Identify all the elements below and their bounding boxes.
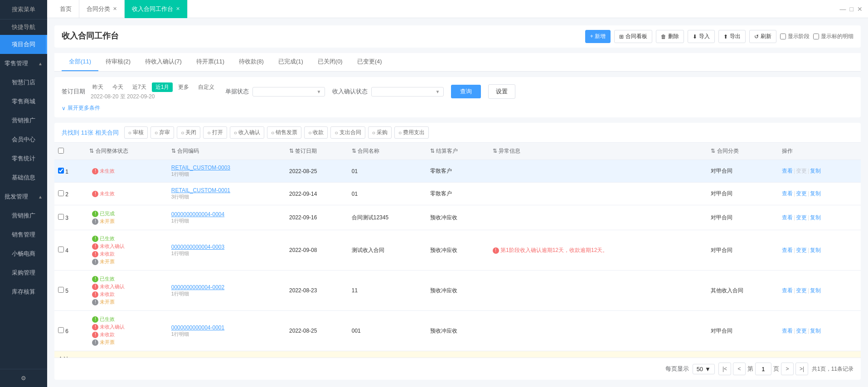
sidebar-item-smart-store[interactable]: 智慧门店	[0, 73, 47, 92]
op-变更-4[interactable]: 变更	[796, 287, 807, 294]
window-close-icon[interactable]: ✕	[857, 5, 863, 13]
sidebar-item-project[interactable]: 项目合同	[0, 35, 47, 54]
sidebar-item-marketing[interactable]: 营销推广	[0, 111, 47, 130]
op-复制-1[interactable]: 复制	[810, 190, 821, 197]
tab-home[interactable]: 首页	[53, 0, 79, 18]
op-查看-2[interactable]: 查看	[782, 214, 793, 221]
sidebar-quick-nav[interactable]: 快捷导航	[0, 19, 47, 35]
op-查看-0[interactable]: 查看	[782, 168, 793, 174]
action-btn-review[interactable]: ○ 审核	[124, 126, 148, 139]
tab-contract-category[interactable]: 合同分类✕	[79, 0, 125, 18]
window-minimize-icon[interactable]: —	[840, 5, 846, 13]
action-btn-payment[interactable]: ○ 收款	[304, 126, 328, 139]
doc-status-select[interactable]: ▼	[252, 87, 325, 97]
sidebar-item-member[interactable]: 会员中心	[0, 130, 47, 149]
filter-tab-closed[interactable]: 已关闭(0)	[310, 53, 350, 71]
sidebar-item-retail[interactable]: 零售管理▲	[0, 54, 47, 73]
action-btn-close[interactable]: ○ 关闭	[177, 126, 200, 139]
action-btn-expense-out[interactable]: ○ 费用支出	[394, 126, 429, 139]
date-option-today[interactable]: 今天	[109, 82, 127, 92]
sidebar-settings[interactable]: ⚙	[0, 369, 47, 387]
date-option-custom[interactable]: 自定义	[194, 82, 218, 92]
filter-tab-pending-review[interactable]: 待审核(2)	[98, 53, 138, 71]
filter-tab-pending-payment[interactable]: 待收款(8)	[232, 53, 271, 71]
page-size-select[interactable]: 50 ▼	[693, 364, 715, 374]
row-checkbox-3[interactable]	[58, 247, 64, 252]
tab-income-workbench[interactable]: 收入合同工作台✕	[125, 0, 188, 18]
row-checkbox-4[interactable]	[58, 287, 64, 293]
page-input[interactable]	[755, 363, 771, 375]
filter-tab-pending-invoice[interactable]: 待开票(11)	[189, 53, 232, 71]
tab-close-icon-contract-category[interactable]: ✕	[113, 6, 117, 12]
row-checkbox-2[interactable]	[58, 214, 64, 220]
row-checkbox-0[interactable]	[58, 168, 64, 174]
filter-tab-pending-confirm[interactable]: 待收入确认(7)	[138, 53, 189, 71]
date-option-more[interactable]: 更多	[175, 82, 193, 92]
op-复制-5[interactable]: 复制	[810, 328, 821, 334]
op-复制-2[interactable]: 复制	[810, 214, 821, 221]
expand-filter-button[interactable]: ∨ 展开更多条件	[62, 104, 853, 112]
tab-close-icon-income-workbench[interactable]: ✕	[176, 6, 180, 12]
prev-page-button[interactable]: <	[733, 363, 746, 375]
contract-link-1[interactable]: RETAIL_CUSTOM-0001	[171, 187, 230, 194]
sidebar-item-retail-stat[interactable]: 零售统计	[0, 149, 47, 168]
contract-link-2[interactable]: 0000000000004-0004	[171, 211, 224, 218]
sidebar-item-purchase[interactable]: 采购管理	[0, 263, 47, 282]
contract-link-0[interactable]: RETAIL_CUSTOM-0003	[171, 164, 230, 171]
op-查看-5[interactable]: 查看	[782, 328, 793, 334]
income-confirm-select[interactable]: ▼	[371, 87, 444, 97]
contract-link-4[interactable]: 0000000000004-0002	[171, 284, 224, 290]
action-btn-expense-contract[interactable]: ○ 支出合同	[330, 126, 365, 139]
new-button[interactable]: + 新增	[585, 30, 611, 43]
sidebar-item-ecommerce[interactable]: 小畅电商	[0, 244, 47, 263]
op-复制-4[interactable]: 复制	[810, 287, 821, 294]
sidebar-item-inventory[interactable]: 库存核算	[0, 282, 47, 301]
set-button[interactable]: 设置	[488, 84, 515, 99]
export-button[interactable]: ⬆ 导出	[718, 30, 746, 43]
op-变更-1[interactable]: 变更	[796, 190, 807, 197]
table-scroll-area[interactable]: ⇅ 合同整体状态⇅ 合同编码⇅ 签订日期⇅ 合同名称⇅ 结算客户⇅ 异常信息⇅ …	[54, 143, 861, 358]
op-复制-3[interactable]: 复制	[810, 247, 821, 253]
action-btn-abandon[interactable]: ○ 弃审	[150, 126, 174, 139]
query-button[interactable]: 查询	[451, 85, 481, 98]
last-page-button[interactable]: >|	[795, 363, 808, 375]
next-page-button[interactable]: >	[781, 363, 794, 375]
op-查看-4[interactable]: 查看	[782, 287, 793, 294]
op-查看-1[interactable]: 查看	[782, 190, 793, 197]
sidebar-search[interactable]: 搜索菜单	[0, 0, 47, 19]
first-page-button[interactable]: |<	[718, 363, 731, 375]
sidebar-item-marketing2[interactable]: 营销推广	[0, 206, 47, 225]
filter-tab-changed[interactable]: 已变更(4)	[350, 53, 389, 71]
select-all-checkbox[interactable]	[58, 148, 64, 154]
op-变更-5[interactable]: 变更	[796, 328, 807, 334]
window-maximize-icon[interactable]: □	[850, 5, 853, 13]
action-btn-open[interactable]: ○ 打开	[203, 126, 227, 139]
op-变更-3[interactable]: 变更	[796, 247, 807, 253]
filter-tab-all[interactable]: 全部(11)	[62, 53, 98, 71]
filter-tab-completed[interactable]: 已完成(1)	[271, 53, 310, 71]
op-查看-3[interactable]: 查看	[782, 247, 793, 253]
show-stage-checkbox[interactable]: 显示阶段	[780, 33, 810, 40]
row-checkbox-5[interactable]	[58, 327, 64, 333]
date-option-yesterday[interactable]: 昨天	[89, 82, 107, 92]
action-btn-income-confirm[interactable]: ○ 收入确认	[230, 126, 264, 139]
kanban-button[interactable]: ⊞ 合同看板	[614, 30, 652, 43]
op-变更-0[interactable]: 变更	[796, 168, 807, 174]
sidebar-item-online[interactable]: 零售商城	[0, 92, 47, 111]
contract-link-3[interactable]: 0000000000004-0003	[171, 244, 224, 250]
action-btn-purchase[interactable]: ○ 采购	[368, 126, 392, 139]
import-button[interactable]: ⬇ 导入	[688, 30, 715, 43]
row-checkbox-1[interactable]	[58, 190, 64, 196]
date-option-last7[interactable]: 近7天	[129, 82, 150, 92]
action-btn-sales-invoice[interactable]: ○ 销售发票	[267, 126, 301, 139]
sidebar-item-sales[interactable]: 销售管理	[0, 225, 47, 244]
date-option-last1month[interactable]: 近1月	[152, 82, 173, 92]
op-复制-0[interactable]: 复制	[810, 168, 821, 174]
refresh-button[interactable]: ↺ 刷新	[749, 30, 776, 43]
delete-button[interactable]: 🗑 删除	[656, 30, 684, 43]
sidebar-item-wholesale[interactable]: 批发管理▲	[0, 187, 47, 206]
show-mark-checkbox[interactable]: 显示标的明细	[813, 33, 853, 40]
contract-link-5[interactable]: 0000000000004-0001	[171, 324, 224, 331]
sidebar-item-base-info[interactable]: 基础信息	[0, 168, 47, 187]
op-变更-2[interactable]: 变更	[796, 214, 807, 221]
